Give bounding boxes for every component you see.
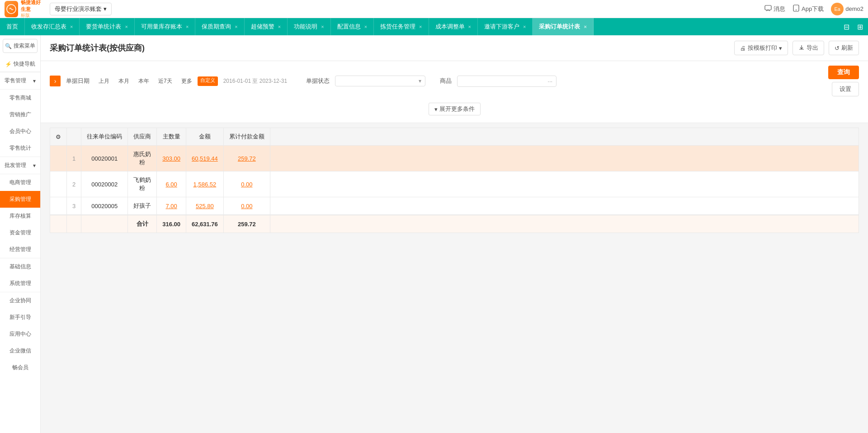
refresh-icon: ↺ [835, 45, 840, 52]
tab-purchase-stat[interactable]: 采购订单统计表 × [533, 18, 593, 35]
workspace-selector[interactable]: 母婴行业演示账套 ▾ [50, 3, 112, 15]
refresh-button[interactable]: ↺ 刷新 [829, 41, 859, 55]
date-this-month[interactable]: 本月 [115, 76, 133, 86]
row1-amount[interactable]: 60,519.44 [186, 146, 224, 171]
ecommerce-label: 电商管理 [9, 179, 31, 186]
tab-home-label: 首页 [6, 23, 18, 31]
close-icon[interactable]: × [186, 24, 189, 29]
app-download-button[interactable]: App下载 [793, 5, 824, 13]
sidebar-item-retail-shop[interactable]: 零售商城 [0, 90, 40, 106]
amount-col-header: 金额 [186, 128, 224, 146]
row2-amount[interactable]: 1,586.52 [186, 171, 224, 197]
date-7days[interactable]: 近7天 [155, 76, 176, 86]
svg-point-3 [796, 10, 797, 10]
sidebar-item-app-center[interactable]: 应用中心 [0, 326, 40, 343]
maximize-button[interactable]: ⊞ [854, 20, 866, 33]
search-menu-button[interactable]: 🔍 搜索菜单 [3, 39, 38, 53]
tab-config[interactable]: 配置信息 × [331, 18, 374, 35]
date-this-year[interactable]: 本年 [135, 76, 153, 86]
row2-main-qty[interactable]: 6.00 [157, 171, 186, 197]
search-menu-label: 搜索菜单 [14, 42, 35, 50]
table-row[interactable]: 3 00020005 好孩子 7.00 525.80 0.00 [50, 197, 859, 215]
sidebar-item-ecommerce[interactable]: 电商管理 [0, 174, 40, 191]
sidebar-item-inventory[interactable]: 库存核算 [0, 208, 40, 224]
tab-home[interactable]: 首页 [0, 18, 25, 35]
retail-shop-label: 零售商城 [9, 94, 31, 102]
tab-order-stat[interactable]: 要货单统计表 × [80, 18, 134, 35]
more-options-icon[interactable]: ··· [547, 78, 552, 85]
system-label: 系统管理 [9, 280, 31, 287]
date-range-display: 2016-01-01 至 2023-12-31 [223, 77, 287, 85]
tab-picking-task[interactable]: 拣货任务管理 × [374, 18, 429, 35]
tab-func-desc[interactable]: 功能说明 × [288, 18, 330, 35]
date-custom-badge[interactable]: 自定义 [198, 76, 218, 86]
retail-stat-label: 零售统计 [9, 144, 31, 152]
sidebar-item-member[interactable]: 会员中心 [0, 123, 40, 140]
table-header-row: ⚙ 往来单位编码 供应商 主数量 金额 累计付款金额 [50, 128, 859, 146]
empty-col-header [270, 128, 859, 146]
settings-button[interactable]: 设置 [832, 82, 859, 96]
close-icon[interactable]: × [235, 24, 237, 29]
close-icon[interactable]: × [468, 24, 471, 29]
close-icon[interactable]: × [419, 24, 422, 29]
sidebar-item-wholesale[interactable]: 批发管理 ▾ [0, 157, 40, 174]
row1-main-qty[interactable]: 303.00 [157, 146, 186, 171]
tab-available-stock[interactable]: 可用量库存账本 × [135, 18, 195, 35]
sidebar-item-newbie[interactable]: 新手引导 [0, 309, 40, 326]
sidebar-item-finance[interactable]: 资金管理 [0, 224, 40, 241]
sidebar-item-system[interactable]: 系统管理 [0, 275, 40, 292]
close-icon[interactable]: × [70, 24, 73, 29]
column-settings-icon[interactable]: ⚙ [56, 133, 61, 140]
query-button[interactable]: 查询 [828, 66, 859, 79]
minimize-button[interactable]: ⊟ [840, 20, 853, 33]
quick-nav-button[interactable]: ⚡ 快捷导航 [0, 57, 40, 72]
close-icon[interactable]: × [278, 24, 281, 29]
tab-overstock-label: 超储预警 [251, 23, 274, 31]
date-last-month[interactable]: 上月 [95, 76, 113, 86]
tab-shelf-life[interactable]: 保质期查询 × [195, 18, 244, 35]
filter-action-buttons: 查询 设置 [828, 66, 859, 96]
tab-collect-pay[interactable]: 收发存汇总表 × [25, 18, 80, 35]
close-icon[interactable]: × [364, 24, 367, 29]
sidebar-item-membership[interactable]: 畅会员 [0, 359, 40, 376]
expand-more-button[interactable]: ▾ 展开更多条件 [429, 103, 481, 115]
sidebar-item-enterprise[interactable]: 企业协同 [0, 292, 40, 309]
goods-input[interactable]: ··· [457, 76, 557, 87]
total-settings [50, 215, 67, 233]
sidebar-item-basic-info[interactable]: 基础信息 [0, 258, 40, 275]
close-icon[interactable]: × [584, 24, 586, 29]
sidebar-item-corp-wechat[interactable]: 企业微信 [0, 343, 40, 359]
tab-cost-adj-label: 成本调整单 [435, 23, 465, 31]
row3-paid-amount[interactable]: 0.00 [223, 197, 270, 215]
sidebar-item-retail-stat[interactable]: 零售统计 [0, 140, 40, 157]
workspace-name: 母婴行业演示账套 [55, 5, 102, 13]
tab-overstock[interactable]: 超储预警 × [245, 18, 288, 35]
table-row[interactable]: 2 00020002 飞鹤奶粉 6.00 1,586.52 0.00 [50, 171, 859, 197]
sidebar-item-marketing[interactable]: 营销推广 [0, 106, 40, 123]
message-button[interactable]: 消息 [764, 5, 785, 13]
sidebar-item-operations[interactable]: 经营管理 [0, 241, 40, 258]
table-row[interactable]: 1 00020001 惠氏奶粉 303.00 60,519.44 259.72 [50, 146, 859, 171]
filter-toggle-button[interactable]: › [50, 76, 61, 86]
close-icon[interactable]: × [523, 24, 526, 29]
user-menu[interactable]: Ea demo2 [831, 3, 863, 15]
tab-cost-adj[interactable]: 成本调整单 × [429, 18, 478, 35]
retail-label: 零售管理 [5, 77, 26, 85]
export-button[interactable]: 导出 [793, 41, 824, 55]
row3-main-qty[interactable]: 7.00 [157, 197, 186, 215]
tab-shelf-life-label: 保质期查询 [202, 23, 231, 31]
close-icon[interactable]: × [125, 24, 127, 29]
row1-paid-amount[interactable]: 259.72 [223, 146, 270, 171]
tab-config-label: 配置信息 [337, 23, 361, 31]
export-icon [798, 44, 805, 52]
sidebar-item-retail[interactable]: 零售管理 ▾ [0, 72, 40, 90]
expand-icon: ▾ [434, 106, 438, 113]
close-icon[interactable]: × [321, 24, 324, 29]
status-select[interactable]: ▾ [335, 76, 425, 86]
row2-paid-amount[interactable]: 0.00 [223, 171, 270, 197]
tab-invite[interactable]: 邀请下游客户 × [478, 18, 533, 35]
date-more[interactable]: 更多 [178, 76, 196, 86]
row3-amount[interactable]: 525.80 [186, 197, 224, 215]
sidebar-item-purchase[interactable]: 采购管理 [0, 191, 40, 208]
print-button[interactable]: 🖨 按模板打印 ▾ [734, 41, 788, 55]
